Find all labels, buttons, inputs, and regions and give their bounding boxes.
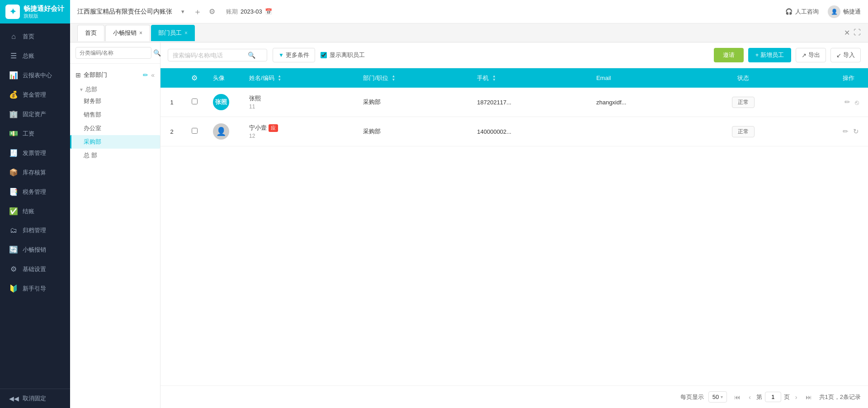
- app-logo-icon: ✦: [5, 5, 20, 19]
- tab-expense-close[interactable]: ×: [139, 30, 142, 36]
- cell-department: 采购部: [356, 88, 470, 117]
- tab-expense[interactable]: 小畅报销 ×: [105, 25, 150, 41]
- cell-checkbox[interactable]: [183, 88, 206, 117]
- expense-icon: 🔄: [9, 245, 18, 254]
- tab-home[interactable]: 首页: [77, 25, 104, 41]
- avatar: 👤: [828, 5, 840, 18]
- inventory-icon: 📦: [9, 168, 18, 177]
- sidebar-item-cloud-reports[interactable]: 📊 云报表中心: [0, 66, 70, 85]
- category-search-input[interactable]: [75, 47, 151, 59]
- sidebar-item-archive[interactable]: 🗂 归档管理: [0, 221, 70, 240]
- th-department[interactable]: 部门/职位 ▲▼: [356, 68, 470, 88]
- per-page-arrow-icon: ▾: [721, 394, 723, 399]
- tree-parent-zongbu[interactable]: ▼ 总部: [70, 83, 160, 94]
- th-name-label: 姓名/编码: [249, 75, 274, 81]
- left-search: 🔍: [70, 42, 160, 64]
- row-checkbox[interactable]: [192, 128, 198, 134]
- show-resigned-checkbox[interactable]: 显示离职员工: [321, 51, 365, 59]
- row-checkbox[interactable]: [192, 98, 198, 104]
- phone-sort-icon[interactable]: ▲▼: [492, 75, 496, 82]
- sidebar-item-invoice[interactable]: 🧾 发票管理: [0, 143, 70, 163]
- th-phone-label: 手机: [477, 75, 489, 81]
- cloud-reports-icon: 📊: [9, 71, 18, 80]
- sidebar-item-home[interactable]: ⌂ 首页: [0, 27, 70, 46]
- name-sort-icon[interactable]: ▲▼: [278, 75, 281, 82]
- pager-next-icon[interactable]: ›: [793, 393, 800, 402]
- all-departments-root[interactable]: ⊞ 全部部门 ✏ «: [70, 67, 160, 83]
- th-settings[interactable]: ⚙: [183, 68, 206, 88]
- sidebar-item-fixed-assets[interactable]: 🏢 固定资产: [0, 104, 70, 124]
- tree-child-finance[interactable]: 财务部: [70, 94, 160, 108]
- sidebar-item-tax[interactable]: 📑 税务管理: [0, 182, 70, 202]
- tabbar: 首页 小畅报销 × 部门员工 × ✕ ⛶: [70, 23, 868, 42]
- tab-department-employee[interactable]: 部门员工 ×: [151, 25, 195, 41]
- pager-prev-icon[interactable]: ‹: [746, 393, 754, 402]
- logout-icon[interactable]: ⎋: [855, 98, 859, 106]
- sidebar-item-fund-management[interactable]: 💰 资金管理: [0, 85, 70, 104]
- close-window-icon[interactable]: ✕: [844, 28, 850, 37]
- sidebar-item-guide[interactable]: 🔰 新手引导: [0, 279, 70, 298]
- filter-icon: ▼: [278, 52, 284, 58]
- invite-button[interactable]: 邀请: [714, 48, 744, 62]
- import-button[interactable]: ↙ 导入: [830, 48, 861, 62]
- sidebar-logo: ✦ 畅捷通好会计 旗舰版: [0, 0, 70, 23]
- topbar-right: 🎧 人工咨询 👤 畅捷通: [785, 5, 861, 18]
- export-button[interactable]: ↗ 导出: [796, 48, 826, 62]
- cell-checkbox[interactable]: [183, 117, 206, 146]
- filter-button[interactable]: ▼ 更多条件: [273, 48, 315, 62]
- sidebar-unpin-button[interactable]: ◀◀ 取消固定: [0, 389, 70, 408]
- show-resigned-input[interactable]: [321, 52, 327, 58]
- th-name[interactable]: 姓名/编码 ▲▼: [242, 68, 356, 88]
- cell-email: zhangxidf...: [589, 88, 698, 117]
- column-settings-icon[interactable]: ⚙: [191, 74, 198, 82]
- tree-collapse-icon[interactable]: «: [151, 71, 155, 79]
- sidebar-item-expense[interactable]: 🔄 小畅报销: [0, 240, 70, 259]
- edit-icon[interactable]: ✏: [843, 127, 849, 136]
- edit-icon[interactable]: ✏: [844, 98, 850, 106]
- company-dropdown-icon[interactable]: ▾: [181, 8, 184, 15]
- cell-name: 张熙11: [242, 88, 356, 117]
- cell-phone: 187202117...: [470, 88, 589, 117]
- sidebar-item-inventory[interactable]: 📦 库存核算: [0, 163, 70, 182]
- company-name: 江西服宝精品有限责任公司内账张: [77, 8, 172, 16]
- sidebar-item-checkout[interactable]: ✅ 结账: [0, 202, 70, 221]
- calendar-icon[interactable]: 📅: [265, 8, 272, 15]
- cell-name: 宁小壹应12: [242, 117, 356, 146]
- pager-total: 共1页，2条记录: [819, 393, 861, 401]
- tree-child-general[interactable]: 总 部: [70, 149, 160, 162]
- department-tree: ⊞ 全部部门 ✏ « ▼ 总部 财务部 销售部 办公室 采购部 总 部: [70, 64, 160, 408]
- maximize-icon[interactable]: ⛶: [854, 28, 861, 37]
- th-phone[interactable]: 手机 ▲▼: [470, 68, 589, 88]
- sidebar-item-basic-settings[interactable]: ⚙ 基础设置: [0, 259, 70, 279]
- export-icon: ↗: [802, 52, 807, 59]
- dept-sort-icon[interactable]: ▲▼: [392, 75, 395, 82]
- tree-edit-icon[interactable]: ✏: [143, 71, 148, 79]
- topbar-settings-icon[interactable]: ⚙: [209, 7, 215, 16]
- per-page-select[interactable]: 50 ▾: [708, 391, 727, 403]
- refresh-icon[interactable]: ↻: [853, 127, 859, 136]
- search-icon[interactable]: 🔍: [153, 49, 161, 56]
- sidebar-item-general-ledger[interactable]: ☰ 总账: [0, 46, 70, 66]
- tree-child-purchasing[interactable]: 采购部: [70, 135, 160, 149]
- grid-icon: ⊞: [75, 71, 81, 79]
- right-panel: 🔍 ▼ 更多条件 显示离职员工 邀请 + 新增员工 ↗ 导出: [160, 42, 868, 408]
- settings-icon: ⚙: [9, 265, 18, 273]
- table-row: 1张照张熙11采购部187202117...zhangxidf...正常✏⎋: [160, 88, 868, 117]
- cell-status: 正常: [698, 117, 788, 146]
- tab-department-close[interactable]: ×: [184, 30, 188, 36]
- pager-first-icon[interactable]: ⏮: [731, 393, 743, 402]
- cell-index: 2: [160, 117, 183, 146]
- tree-child-office[interactable]: 办公室: [70, 122, 160, 135]
- status-badge: 正常: [732, 126, 755, 137]
- tab-expand-buttons: ✕ ⛶: [844, 28, 861, 37]
- tree-child-sales[interactable]: 销售部: [70, 108, 160, 122]
- pager-last-icon[interactable]: ⏭: [803, 393, 815, 402]
- add-employee-button[interactable]: + 新增员工: [748, 48, 791, 62]
- search-icon[interactable]: 🔍: [248, 52, 255, 59]
- service-button[interactable]: 🎧 人工咨询: [785, 8, 819, 16]
- user-menu[interactable]: 👤 畅捷通: [828, 5, 861, 18]
- sidebar-item-salary[interactable]: 💵 工资: [0, 124, 70, 143]
- employee-search-input[interactable]: [173, 52, 245, 59]
- add-company-icon[interactable]: ＋: [193, 6, 202, 17]
- pager-page-input[interactable]: [765, 392, 781, 402]
